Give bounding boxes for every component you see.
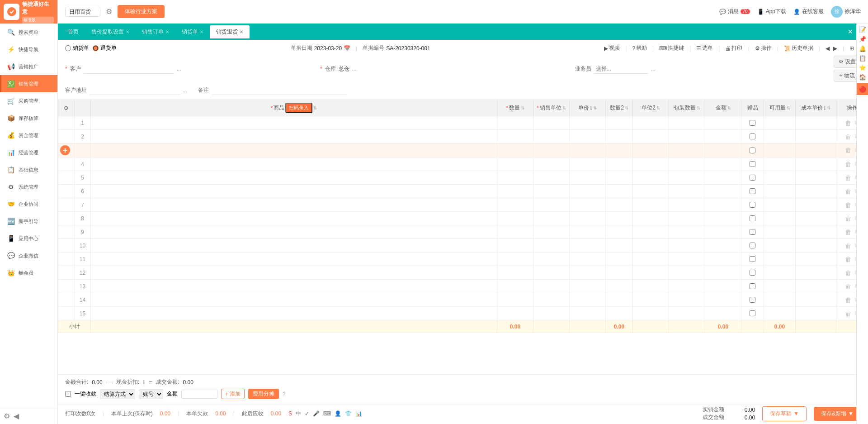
- gift-checkbox-5[interactable]: [750, 175, 755, 181]
- delete-row-13[interactable]: 🗑: [844, 282, 852, 291]
- tab-returns[interactable]: 销货退货 ✕: [210, 25, 250, 38]
- delete-row-2[interactable]: 🗑: [844, 132, 852, 141]
- addr-select-link[interactable]: ...: [183, 87, 187, 94]
- online-service-item[interactable]: 👤 在线客服: [793, 8, 824, 15]
- gift-checkbox-7[interactable]: [750, 202, 755, 208]
- gift-checkbox-13[interactable]: [750, 283, 755, 289]
- delete-row-10[interactable]: 🗑: [844, 241, 852, 250]
- row-amount-1[interactable]: [705, 116, 741, 130]
- delete-row-9[interactable]: 🗑: [844, 228, 852, 237]
- print-link[interactable]: 🖨 打印: [725, 44, 742, 52]
- salesperson-input[interactable]: [594, 64, 648, 74]
- delete-row-6[interactable]: 🗑: [844, 187, 852, 196]
- trial-button[interactable]: 体验行业方案: [118, 5, 165, 18]
- fee-split-button[interactable]: 费用分摊: [248, 389, 279, 399]
- gift-checkbox-11[interactable]: [750, 256, 755, 262]
- header-settings-button[interactable]: ⚙: [106, 7, 112, 16]
- tool-icon-8[interactable]: 📊: [355, 410, 362, 417]
- one-click-checkbox[interactable]: [65, 391, 71, 397]
- tab-close-order[interactable]: ✕: [165, 29, 169, 34]
- radio-return[interactable]: 退货单: [93, 44, 117, 52]
- discount-info-icon[interactable]: ℹ: [143, 379, 145, 386]
- sidebar-item-system[interactable]: ⚙ 系统管理: [0, 178, 57, 195]
- right-panel-icon-4[interactable]: 📋: [859, 55, 866, 62]
- right-panel-icon-3[interactable]: 🔔: [859, 45, 866, 52]
- history-link[interactable]: 📜 历史单据: [784, 44, 813, 52]
- gift-checkbox-15[interactable]: [750, 310, 755, 316]
- sidebar-item-operations[interactable]: 📊 经营管理: [0, 144, 57, 161]
- radio-sale[interactable]: 销货单: [65, 44, 89, 52]
- sidebar-item-finance[interactable]: 💰 资金管理: [0, 127, 57, 144]
- delete-row-12[interactable]: 🗑: [844, 268, 852, 277]
- tool-icon-7[interactable]: 👕: [345, 410, 352, 417]
- calendar-icon[interactable]: 📅: [344, 45, 350, 52]
- sidebar-collapse-icon[interactable]: ◀: [14, 412, 19, 420]
- message-item[interactable]: 💬 消息 70: [719, 8, 750, 15]
- gift-checkbox-14[interactable]: [750, 297, 755, 303]
- gift-checkbox-4[interactable]: [750, 161, 755, 167]
- sidebar-item-newbie[interactable]: 🆕 新手引导: [0, 213, 57, 230]
- tab-sales-order[interactable]: 销售订单 ✕: [136, 25, 175, 38]
- row-qty2-1[interactable]: [606, 116, 633, 130]
- delete-row-3[interactable]: 🗑: [844, 146, 852, 155]
- add-fee-button[interactable]: + 添加: [221, 389, 245, 399]
- settlement-select[interactable]: 结算方式: [100, 389, 135, 399]
- right-panel-icon-6[interactable]: 🏠: [859, 74, 866, 81]
- amount-input[interactable]: [181, 390, 217, 399]
- delete-row-11[interactable]: 🗑: [844, 255, 852, 264]
- sidebar-item-purchase[interactable]: 🛒 采购管理: [0, 92, 57, 110]
- row-product-1[interactable]: [91, 116, 497, 130]
- tool-icon-3[interactable]: ✓: [305, 410, 309, 417]
- breadcrumb-select[interactable]: 日用百货: [65, 7, 100, 17]
- tool-icon-2[interactable]: 中: [296, 410, 301, 418]
- tab-close-returns[interactable]: ✕: [240, 29, 243, 34]
- cost-sort-icon[interactable]: ⇅: [827, 105, 830, 110]
- delete-row-7[interactable]: 🗑: [844, 200, 852, 210]
- add-row-button[interactable]: +: [60, 145, 70, 155]
- remark-input[interactable]: [212, 86, 347, 95]
- prev-button[interactable]: ◀: [826, 45, 830, 52]
- customer-input[interactable]: [84, 64, 174, 74]
- right-panel-icon-1[interactable]: 📝: [859, 26, 866, 33]
- sidebar-item-wechat[interactable]: 💬 企业微信: [0, 247, 57, 264]
- customer-select-link[interactable]: ...: [177, 66, 181, 72]
- radio-sale-input[interactable]: [65, 45, 71, 51]
- row-pack-1[interactable]: [669, 116, 705, 130]
- qty2-sort-icon[interactable]: ⇅: [625, 105, 628, 110]
- sidebar-item-member[interactable]: 👑 畅会员: [0, 264, 57, 281]
- account-select[interactable]: 账号: [139, 389, 163, 399]
- tool-icon-6[interactable]: 👤: [335, 410, 341, 417]
- address-input[interactable]: [90, 86, 180, 95]
- sidebar-item-sales[interactable]: 💹 销售管理: [0, 75, 57, 92]
- delete-row-15[interactable]: 🗑: [844, 309, 852, 318]
- gift-checkbox-9[interactable]: [750, 229, 755, 235]
- save-draft-button[interactable]: 保存草稿 ▼: [762, 406, 807, 421]
- delete-row-14[interactable]: 🗑: [844, 295, 852, 305]
- delete-row-1[interactable]: 🗑: [844, 119, 852, 128]
- col-settings-header[interactable]: ⚙: [58, 100, 75, 116]
- next-button[interactable]: ▶: [833, 45, 837, 52]
- row-gift-1[interactable]: [741, 116, 764, 130]
- fee-info-icon[interactable]: ?: [283, 391, 286, 397]
- tab-price-settings[interactable]: 售价提取设置 ✕: [85, 25, 136, 38]
- pack-sort-icon[interactable]: ⇅: [697, 105, 700, 110]
- qty-sort-icon[interactable]: ⇅: [521, 105, 524, 110]
- gift-checkbox-6[interactable]: [750, 188, 755, 194]
- gift-checkbox-12[interactable]: [750, 270, 755, 276]
- price-info-icon[interactable]: ℹ: [590, 105, 592, 111]
- right-panel-icon-2[interactable]: 📌: [859, 36, 866, 43]
- operate-link[interactable]: ⚙ 操作: [755, 44, 772, 52]
- radio-return-input[interactable]: [93, 45, 99, 51]
- gift-checkbox-10[interactable]: [750, 243, 755, 248]
- row-unit-1[interactable]: [533, 116, 570, 130]
- warehouse-select-link[interactable]: ...: [352, 66, 357, 72]
- salesperson-select-link[interactable]: ...: [651, 66, 656, 72]
- help-link[interactable]: ? 帮助: [632, 44, 647, 52]
- scan-input-button[interactable]: 扫码录入: [285, 103, 312, 113]
- tab-sales[interactable]: 销货单 ✕: [175, 25, 210, 38]
- sidebar-item-marketing[interactable]: 📢 营销推广: [0, 58, 57, 75]
- amount-sort-icon[interactable]: ⇅: [727, 105, 731, 110]
- save-new-button[interactable]: 保存&新增 ▼: [814, 407, 861, 421]
- right-panel-icon-active[interactable]: 🔴: [857, 83, 868, 95]
- select-link[interactable]: ☰ 选单: [696, 44, 713, 52]
